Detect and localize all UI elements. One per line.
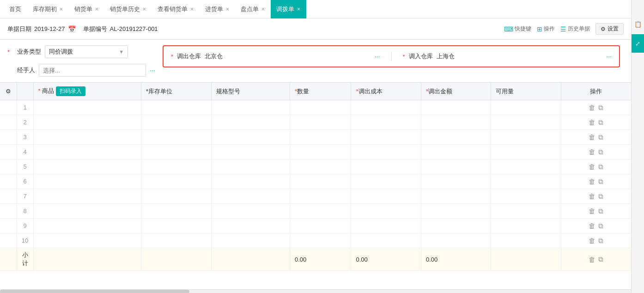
settings-button[interactable]: ⚙ 设置 xyxy=(595,23,624,35)
row-qty-cell[interactable] xyxy=(290,145,351,159)
row-amount-cell[interactable] xyxy=(421,189,491,204)
copy-row-button[interactable]: ⧉ xyxy=(598,192,603,201)
warehouse-in-label: 调入仓库 xyxy=(409,52,433,61)
row-amount-cell[interactable] xyxy=(421,115,491,130)
row-amount-cell[interactable] xyxy=(421,100,491,115)
row-product-cell[interactable] xyxy=(33,130,141,145)
row-product-cell[interactable] xyxy=(33,219,141,233)
delete-row-button[interactable]: 🗑 xyxy=(589,207,595,215)
copy-row-button[interactable]: ⧉ xyxy=(598,104,603,112)
row-product-cell[interactable] xyxy=(33,174,141,189)
warehouse-in-more[interactable]: ··· xyxy=(606,53,612,60)
row-product-cell[interactable] xyxy=(33,204,141,219)
tab-purchase[interactable]: 进货单 × xyxy=(200,0,235,18)
row-cost-cell[interactable] xyxy=(351,100,421,115)
delete-row-button[interactable]: 🗑 xyxy=(589,118,595,126)
row-amount-cell[interactable] xyxy=(421,233,491,248)
tab-home[interactable]: 首页 xyxy=(4,0,27,18)
row-cost-cell[interactable] xyxy=(351,174,421,189)
row-amount-cell[interactable] xyxy=(421,219,491,233)
copy-row-button[interactable]: ⧉ xyxy=(598,133,603,141)
row-product-cell[interactable] xyxy=(33,233,141,248)
row-product-cell[interactable] xyxy=(33,115,141,130)
copy-row-button[interactable]: ⧉ xyxy=(598,177,603,186)
tab-sales-order-close[interactable]: × xyxy=(95,6,98,12)
copy-row-button[interactable]: ⧉ xyxy=(598,118,603,127)
row-qty-cell[interactable] xyxy=(290,204,351,219)
row-amount-cell[interactable] xyxy=(421,145,491,159)
row-amount-cell[interactable] xyxy=(421,159,491,174)
delete-row-button[interactable]: 🗑 xyxy=(589,133,595,141)
row-product-cell[interactable] xyxy=(33,100,141,115)
delete-row-button[interactable]: 🗑 xyxy=(589,222,595,230)
person-more-icon[interactable]: ··· xyxy=(150,67,155,74)
row-cost-cell[interactable] xyxy=(351,204,421,219)
row-qty-cell[interactable] xyxy=(290,159,351,174)
row-qty-cell[interactable] xyxy=(290,189,351,204)
scan-button[interactable]: 扫码录入 xyxy=(56,86,85,96)
delete-row-button[interactable]: 🗑 xyxy=(589,237,595,244)
delete-row-button[interactable]: 🗑 xyxy=(589,163,595,171)
delete-row-button[interactable]: 🗑 xyxy=(589,104,595,111)
row-qty-cell[interactable] xyxy=(290,219,351,233)
scrollbar-thumb[interactable] xyxy=(0,290,189,293)
copy-row-button[interactable]: ⧉ xyxy=(598,163,603,171)
copy-row-button[interactable]: ⧉ xyxy=(598,222,603,230)
copy-row-button[interactable]: ⧉ xyxy=(598,148,603,156)
delete-row-button[interactable]: 🗑 xyxy=(589,177,595,185)
row-cost-cell[interactable] xyxy=(351,130,421,145)
row-avail-cell xyxy=(491,159,561,174)
history-action[interactable]: ☰ 历史单据 xyxy=(560,25,590,33)
row-cost-cell[interactable] xyxy=(351,233,421,248)
copy-row-button[interactable]: ⧉ xyxy=(598,255,603,263)
row-number: 8 xyxy=(17,204,33,219)
tab-stocktake-close[interactable]: × xyxy=(261,6,265,12)
row-cost-cell[interactable] xyxy=(351,219,421,233)
sidebar-expand-btn[interactable]: ⤢ xyxy=(632,34,644,53)
row-cost-cell[interactable] xyxy=(351,115,421,130)
tab-sales-history-close[interactable]: × xyxy=(143,6,146,12)
sidebar-doc-btn[interactable]: 📋 xyxy=(632,18,644,30)
tab-stocktake[interactable]: 盘点单 × xyxy=(235,0,271,18)
row-amount-cell[interactable] xyxy=(421,130,491,145)
shortcut-action[interactable]: ⌨ 快捷键 xyxy=(504,25,531,33)
row-product-cell[interactable] xyxy=(33,248,141,271)
delete-row-button[interactable]: 🗑 xyxy=(589,148,595,156)
row-qty-cell[interactable] xyxy=(290,115,351,130)
delete-row-button[interactable]: 🗑 xyxy=(589,256,595,263)
copy-row-button[interactable]: ⧉ xyxy=(598,207,603,215)
row-qty-cell[interactable] xyxy=(290,174,351,189)
tab-inventory-init-close[interactable]: × xyxy=(60,6,63,12)
business-type-dropdown[interactable]: 同价调拨 ▼ xyxy=(45,45,128,58)
row-qty-cell[interactable]: 0.00 xyxy=(290,248,351,271)
row-qty-cell[interactable] xyxy=(290,100,351,115)
row-product-cell[interactable] xyxy=(33,145,141,159)
calendar-icon[interactable]: 📅 xyxy=(68,25,76,33)
row-product-cell[interactable] xyxy=(33,159,141,174)
row-product-cell[interactable] xyxy=(33,189,141,204)
tab-sales-history[interactable]: 销货单历史 × xyxy=(104,0,152,18)
row-cost-cell[interactable] xyxy=(351,145,421,159)
row-cost-cell[interactable] xyxy=(351,159,421,174)
row-qty-cell[interactable] xyxy=(290,233,351,248)
delete-row-button[interactable]: 🗑 xyxy=(589,192,595,200)
tab-inventory-init[interactable]: 库存期初 × xyxy=(27,0,69,18)
tab-view-sales[interactable]: 查看销货单 × xyxy=(152,0,200,18)
copy-row-button[interactable]: ⧉ xyxy=(598,237,603,245)
person-input[interactable] xyxy=(39,64,146,77)
row-cost-cell[interactable] xyxy=(351,189,421,204)
row-amount-cell[interactable]: 0.00 xyxy=(421,248,491,271)
tab-transfer[interactable]: 调拨单 × xyxy=(271,0,306,18)
warehouse-out-more[interactable]: ··· xyxy=(375,53,380,60)
row-cost-cell[interactable]: 0.00 xyxy=(351,248,421,271)
tab-view-sales-close[interactable]: × xyxy=(190,6,194,12)
th-gear[interactable]: ⚙ xyxy=(0,83,17,100)
scrollbar-track[interactable] xyxy=(0,289,631,293)
row-amount-cell[interactable] xyxy=(421,204,491,219)
row-amount-cell[interactable] xyxy=(421,174,491,189)
operation-action[interactable]: ⊞ 操作 xyxy=(537,25,555,33)
tab-purchase-close[interactable]: × xyxy=(226,6,229,12)
tab-sales-order[interactable]: 销货单 × xyxy=(69,0,104,18)
row-qty-cell[interactable] xyxy=(290,130,351,145)
tab-transfer-close[interactable]: × xyxy=(297,6,300,12)
